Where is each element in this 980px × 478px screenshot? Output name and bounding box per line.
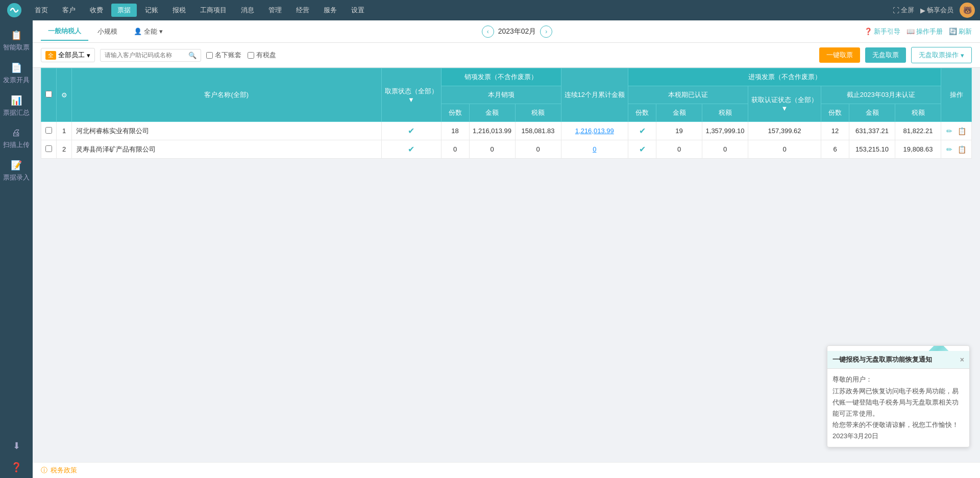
sidebar-item-help[interactable]: ❓ [9,457,24,478]
table-row: 1 河北柯睿栋实业有限公司 ✔ 18 1,216,013.99 158,081.… [41,122,972,140]
row-pur-amount: 0 [702,140,748,159]
sidebar-item-smart-ticket[interactable]: 📋 智能取票 [0,24,33,57]
row-index: 1 [57,122,72,140]
period-navigator: ‹ 2023年02月 › [482,26,553,38]
scan-upload-icon: 🖨 [12,128,21,138]
row-checkbox[interactable] [45,127,52,134]
manual-btn[interactable]: 📖 操作手册 [906,27,943,36]
row-sales-amount: 0 [469,140,515,159]
tab-actions: ❓ 新手引导 📖 操作手册 🔄 刷新 [864,27,972,36]
row-checkbox-cell[interactable] [41,122,57,140]
row-customer: 灵寿县尚泽矿产品有限公司 [72,140,382,159]
row-sales-tax: 158,081.83 [515,122,561,140]
period-prev-btn[interactable]: ‹ [482,26,494,38]
nav-message[interactable]: 消息 [235,4,260,17]
th-pur-period: 本税期已认证 [628,86,748,104]
sidebar-item-invoice-entry[interactable]: 📝 票据录入 [0,155,33,187]
nav-management[interactable]: 管理 [262,4,288,17]
search-icon[interactable]: 🔍 [188,52,197,59]
th-sales-group: 销项发票（不含作废票） [441,68,561,86]
row-detail-icon[interactable]: 📋 [958,145,966,154]
invoice-open-icon: 📄 [11,62,22,73]
one-click-ticket-btn[interactable]: 一键取票 [819,47,860,63]
sidebar: 📋 智能取票 📄 发票开具 📊 票据汇总 🖨 扫描上传 📝 票据录入 ⬇ ❓ [0,20,33,478]
row-index: 2 [57,140,72,159]
employee-select[interactable]: 全 全部员工 ▾ [41,48,95,62]
row-sales-tax: 0 [515,140,561,159]
row-12month[interactable]: 0 [561,140,628,159]
th-sales-month: 本月销项 [441,86,561,104]
th-s-amount: 金额 [469,104,515,122]
nav-customer[interactable]: 客户 [56,4,82,17]
nav-home[interactable]: 首页 [29,4,54,17]
th-unconf: 截止2023年03月未认证 [821,86,941,104]
row-detail-icon[interactable]: 📋 [958,127,966,135]
row-12month[interactable]: 1,216,013.99 [561,122,628,140]
nav-service[interactable]: 服务 [317,4,343,17]
tab-bar: 一般纳税人 小规模 👤 全能 ▾ ‹ 2023年02月 › ❓ 新手引导 [33,20,980,43]
nav-bookkeeping[interactable]: 记账 [139,4,164,17]
sidebar-item-invoice-summary[interactable]: 📊 票据汇总 [0,90,33,122]
row-unconf-tax: 81,822.21 [895,122,941,140]
row-actions: ✏ 📋 [941,122,972,140]
th-s-count: 份数 [441,104,469,122]
guide-btn[interactable]: ❓ 新手引导 [864,27,900,36]
row-sales-count: 18 [441,122,469,140]
th-take-status: 取票状态（全部） ▼ [381,68,441,122]
period-next-btn[interactable]: › [540,26,552,38]
row-unconf-count: 12 [821,122,849,140]
checkbox-group: 名下账套 有税盘 [206,51,276,60]
notification-deco [923,346,954,351]
tab-general-taxpayer[interactable]: 一般纳税人 [41,22,88,41]
invoice-table: ⚙ 客户名称(全部) 取票状态（全部） ▼ 销项发票（不含作废票） 连续12个月… [41,68,972,159]
sidebar-item-scan-upload[interactable]: 🖨 扫描上传 [0,122,33,155]
nav-fee[interactable]: 收费 [84,4,109,17]
checkbox-taxdisk[interactable] [248,52,254,59]
th-confirm-status: 获取认证状态（全部） ▼ [748,86,821,122]
row-edit-icon[interactable]: ✏ [946,127,952,135]
checkbox-account[interactable] [206,52,213,59]
tab-all-capable[interactable]: 👤 全能 ▾ [127,23,170,40]
sidebar-item-invoice-open[interactable]: 📄 发票开具 [0,57,33,90]
smart-ticket-icon: 📋 [11,30,22,41]
notification-title: 一键报税与无盘取票功能恢复通知 [832,355,932,364]
nav-invoice[interactable]: 票据 [111,4,137,17]
refresh-btn[interactable]: 🔄 刷新 [949,27,972,36]
sidebar-item-download[interactable]: ⬇ [9,435,24,457]
row-checkbox-cell[interactable] [41,140,57,159]
guide-icon: ❓ [864,28,872,35]
nav-operation[interactable]: 经营 [290,4,315,17]
nav-business[interactable]: 工商项目 [194,4,233,17]
th-p-tax: 税额 [702,104,748,122]
nav-settings[interactable]: 设置 [345,4,371,17]
row-take-status: ✔ [381,140,441,159]
invoice-entry-icon: 📝 [11,160,22,171]
checkbox-account-label[interactable]: 名下账套 [206,51,241,60]
row-checkbox[interactable] [45,145,52,152]
th-checkbox [41,68,57,122]
row-unconf-amount: 153,215.10 [849,140,895,159]
notification-header: 一键报税与无盘取票功能恢复通知 × [827,351,969,369]
app-logo [5,1,23,19]
employee-dropdown-icon: ▾ [87,52,90,59]
fullscreen-btn[interactable]: ⛶ 全屏 [893,6,914,15]
search-input[interactable] [105,52,186,59]
nav-tax[interactable]: 报税 [166,4,192,17]
table-row: 2 灵寿县尚泽矿产品有限公司 ✔ 0 0 0 0 ✔ 0 0 0 6 153,2… [41,140,972,159]
no-disk-ops-btn[interactable]: 无盘取票操作 ▾ [911,47,972,63]
search-box: 🔍 [100,49,201,62]
user-avatar[interactable]: 🐻 [960,3,975,18]
tax-policy-link[interactable]: 税务政策 [51,466,77,475]
invoice-summary-icon: 📊 [11,95,22,106]
tab-small-scale[interactable]: 小规模 [90,23,125,40]
member-btn[interactable]: ▶ 畅享会员 [920,6,953,15]
no-disk-ticket-btn[interactable]: 无盘取票 [865,47,906,63]
notification-panel: 一键报税与无盘取票功能恢复通知 × 尊敬的用户：江苏政务网已恢复访问电子税务局功… [827,345,970,447]
row-edit-icon[interactable]: ✏ [946,145,952,154]
notification-close-btn[interactable]: × [960,356,964,364]
checkbox-taxdisk-label[interactable]: 有税盘 [248,51,276,60]
help-icon: ❓ [11,462,22,473]
select-all-checkbox[interactable] [45,91,52,97]
confirm-status-filter-icon: ▼ [751,105,818,112]
top-navigation: 首页 客户 收费 票据 记账 报税 工商项目 消息 管理 经营 服务 设置 ⛶ … [0,0,980,20]
